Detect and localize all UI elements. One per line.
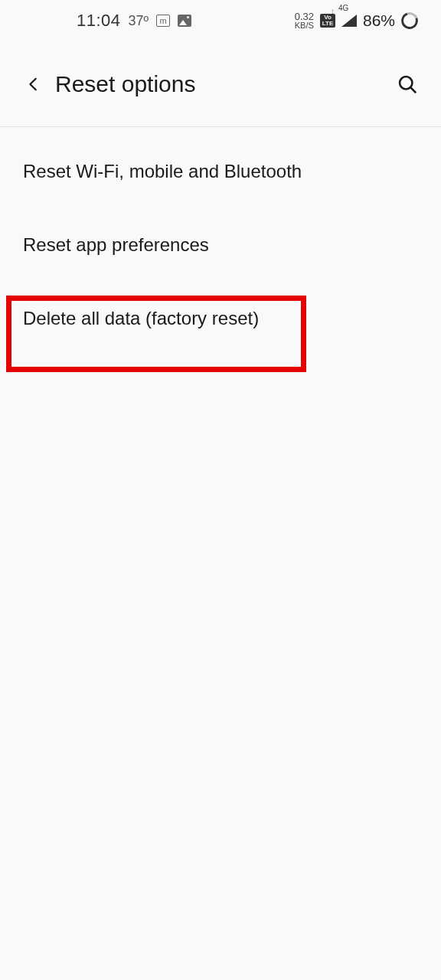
status-left: 11:04 37º m	[77, 11, 191, 31]
chevron-left-icon	[25, 76, 42, 93]
back-button[interactable]	[18, 76, 49, 93]
option-reset-network[interactable]: Reset Wi-Fi, mobile and Bluetooth	[0, 135, 441, 208]
status-bar: 11:04 37º m 0.32KB/S VoLTE 86%	[0, 0, 441, 41]
options-list: Reset Wi-Fi, mobile and Bluetooth Reset …	[0, 127, 441, 355]
option-label: Reset Wi-Fi, mobile and Bluetooth	[23, 161, 302, 181]
option-label: Delete all data (factory reset)	[23, 308, 259, 328]
status-right: 0.32KB/S VoLTE 86%	[295, 11, 418, 30]
page-title: Reset options	[55, 71, 392, 97]
msg-icon: m	[156, 15, 170, 27]
option-factory-reset[interactable]: Delete all data (factory reset)	[0, 282, 441, 355]
svg-line-1	[411, 87, 416, 92]
battery-ring-icon	[398, 9, 420, 31]
signal-icon	[341, 15, 357, 27]
picture-icon	[178, 15, 191, 27]
option-label: Reset app preferences	[23, 234, 209, 255]
status-temperature: 37º	[129, 13, 149, 29]
option-reset-app-prefs[interactable]: Reset app preferences	[0, 208, 441, 282]
battery-percent: 86%	[363, 11, 395, 30]
search-icon	[397, 74, 418, 95]
volte-icon: VoLTE	[320, 14, 335, 28]
status-clock: 11:04	[77, 11, 121, 31]
net-speed-icon: 0.32KB/S	[295, 11, 314, 30]
search-button[interactable]	[392, 74, 423, 95]
app-header: Reset options	[0, 41, 441, 127]
